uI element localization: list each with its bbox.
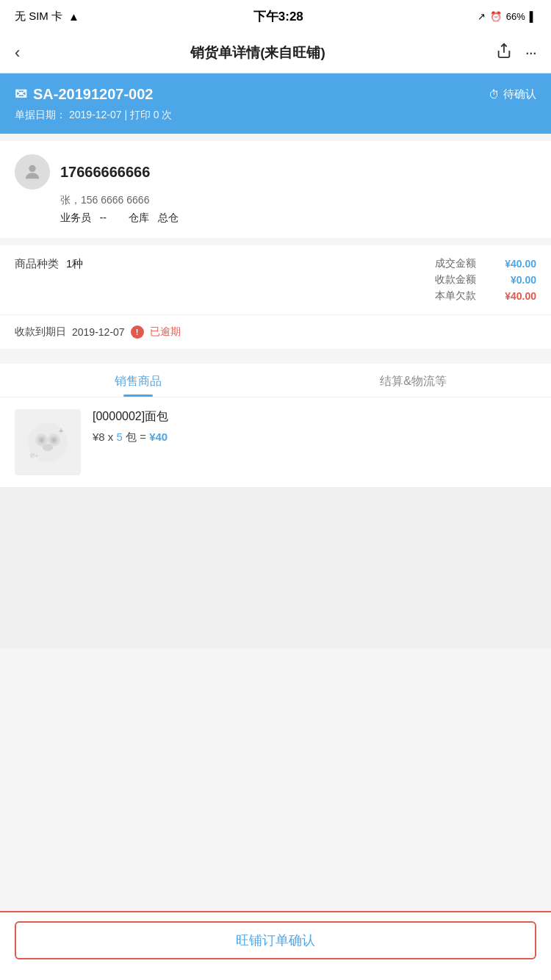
summary-section: 商品种类 1种 成交金额 ¥40.00 收款金额 ¥0.00 本单欠款 ¥40.… — [0, 245, 551, 314]
sales-label: 业务员 -- — [60, 212, 107, 225]
divider-2 — [0, 349, 551, 356]
order-id: ✉ SA-20191207-002 — [15, 85, 153, 103]
back-button[interactable]: ‹ — [15, 43, 20, 62]
customer-meta: 业务员 -- 仓库 总仓 — [60, 212, 536, 225]
tabs-bar: 销售商品 结算&物流等 — [0, 364, 551, 397]
financial-summary: 成交金额 ¥40.00 收款金额 ¥0.00 本单欠款 ¥40.00 — [435, 257, 536, 303]
svg-point-9 — [43, 444, 53, 451]
status-time: 下午3:28 — [253, 8, 303, 25]
order-header: ✉ SA-20191207-002 ⏱ 待确认 单据日期： 2019-12-07… — [0, 73, 551, 134]
customer-name: 张，156 6666 6666 — [60, 194, 536, 207]
order-icon: ✉ — [15, 85, 27, 103]
product-info: [0000002]面包 ¥8 x 5 包 = ¥40 — [93, 409, 536, 444]
status-bar: 无 SIM 卡 ▲ 下午3:28 ↗ ⏰ 66% ▌ — [0, 0, 551, 32]
tabs-section: 销售商品 结算&物流等 + 野+ [000 — [0, 364, 551, 487]
more-button[interactable]: ··· — [525, 43, 536, 62]
confirm-order-button[interactable]: 旺铺订单确认 — [15, 921, 536, 959]
bottom-bar: 旺铺订单确认 — [0, 911, 551, 980]
product-image: + 野+ — [15, 409, 81, 475]
status-clock-icon: ⏱ — [489, 88, 500, 101]
nav-bar: ‹ 销货单详情(来自旺铺) ··· — [0, 32, 551, 73]
svg-text:野+: 野+ — [30, 453, 38, 458]
status-right: ↗ ⏰ 66% ▌ — [478, 11, 536, 22]
svg-text:+: + — [59, 426, 63, 435]
svg-point-8 — [52, 439, 56, 442]
tab-products[interactable]: 销售商品 — [0, 364, 276, 397]
battery-icon: ▌ — [530, 11, 536, 22]
content-area — [0, 487, 551, 649]
warehouse-label: 仓库 总仓 — [129, 212, 179, 225]
nav-actions: ··· — [496, 43, 536, 62]
tab-settlement[interactable]: 结算&物流等 — [276, 364, 551, 397]
product-item: + 野+ [0000002]面包 ¥8 x 5 包 = ¥40 — [0, 397, 551, 487]
transaction-row: 成交金额 ¥40.00 — [435, 257, 536, 270]
overdue-label: 已逾期 — [150, 325, 181, 339]
customer-avatar — [15, 154, 50, 190]
customer-phone: 17666666666 — [60, 164, 150, 181]
location-icon: ↗ — [478, 11, 486, 22]
divider-1 — [0, 238, 551, 245]
order-date: 单据日期： 2019-12-07 | 打印 0 次 — [15, 109, 536, 122]
product-name: [0000002]面包 — [93, 409, 536, 425]
page-title: 销货单详情(来自旺铺) — [190, 43, 325, 62]
overdue-section: 收款到期日 2019-12-07 ! 已逾期 — [0, 315, 551, 349]
overdue-warning-icon: ! — [131, 325, 144, 339]
status-left: 无 SIM 卡 ▲ — [15, 10, 79, 24]
svg-point-1 — [29, 165, 35, 172]
wifi-icon: ▲ — [68, 10, 79, 23]
product-price: ¥8 x 5 包 = ¥40 — [93, 430, 536, 444]
share-button[interactable] — [496, 43, 512, 62]
order-status: ⏱ 待确认 — [489, 87, 536, 101]
category-info: 商品种类 1种 — [15, 257, 83, 271]
due-date-value: 2019-12-07 — [72, 326, 125, 338]
alarm-icon: ⏰ — [490, 11, 502, 22]
battery-label: 66% — [506, 11, 525, 22]
owed-row: 本单欠款 ¥40.00 — [435, 289, 536, 303]
received-row: 收款金额 ¥0.00 — [435, 273, 536, 287]
svg-point-7 — [40, 439, 43, 442]
due-date-label: 收款到期日 — [15, 325, 66, 339]
customer-section: 17666666666 张，156 6666 6666 业务员 -- 仓库 总仓 — [0, 141, 551, 238]
carrier-label: 无 SIM 卡 — [15, 10, 62, 24]
